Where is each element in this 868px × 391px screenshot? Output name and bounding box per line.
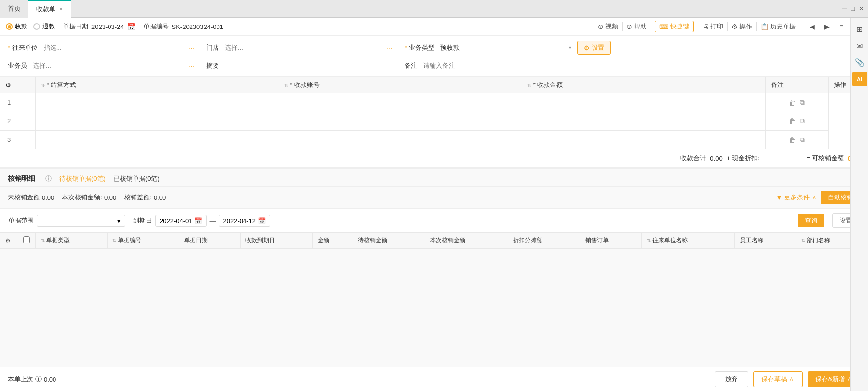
table-body: 1 🗑 ⧉ 2 <box>0 93 868 149</box>
abandon-btn[interactable]: 放弃 <box>715 371 748 387</box>
discount-input[interactable] <box>763 153 802 163</box>
table-row: 2 🗑 ⧉ <box>0 112 868 131</box>
save-new-label: 保存&新增 ∧ <box>815 375 852 384</box>
divider3 <box>698 22 698 31</box>
row-2-actions: 🗑 ⧉ <box>766 117 829 125</box>
reconcile-right-actions: ▼ 更多条件 ∧ 自动核销 <box>776 191 861 204</box>
sidebar-clip-icon[interactable]: 📎 <box>852 55 867 70</box>
date-from-picker[interactable]: 2022-04-01 📅 <box>155 215 207 227</box>
equals-label: = 可核销金额 <box>806 154 843 163</box>
counterparty-input[interactable] <box>41 42 186 53</box>
history-btn[interactable]: 📋 历史单据 <box>760 22 796 31</box>
shortcut-btn[interactable]: ⌨ 快捷键 <box>655 21 694 32</box>
next-icon[interactable]: ▶ <box>821 21 833 32</box>
divider6 <box>800 22 800 31</box>
rcol-settings[interactable]: ⚙ <box>0 233 18 249</box>
col-header-rownum <box>18 77 36 93</box>
row-3-actions: 🗑 ⧉ <box>766 136 829 144</box>
reconcile-title: 核销明细 <box>8 174 35 183</box>
shop-ellipsis[interactable]: ··· <box>387 44 393 52</box>
sidebar-mail-icon[interactable]: ✉ <box>852 38 867 53</box>
row-1-amount-input[interactable] <box>279 93 522 112</box>
shortcut-label: 快捷键 <box>670 22 689 31</box>
calendar-to-icon: 📅 <box>258 217 266 224</box>
row-3-num: 3 <box>0 131 18 149</box>
business-type-value: 预收款 <box>440 43 460 52</box>
settings-button[interactable]: ⚙ 设置 <box>577 41 611 55</box>
row-2-account-cell <box>36 112 279 131</box>
receipt-radio[interactable]: 收款 <box>6 22 27 31</box>
sidebar-expand-icon[interactable]: Ai <box>852 72 867 86</box>
video-label: 视频 <box>605 22 618 31</box>
date-picker-icon[interactable]: 📅 <box>127 23 136 30</box>
reconcile-table-wrapper: ⚙ ⇅ 单据类型 ⇅ 单据编号 单据日期 收款到期日 金额 待核销金额 本次核销… <box>0 232 868 249</box>
row-3-notes-input[interactable] <box>522 131 765 149</box>
calendar-from-icon: 📅 <box>194 217 202 224</box>
row-3-amount-input[interactable] <box>279 131 522 149</box>
help-btn[interactable]: ⊙ 帮助 <box>626 22 647 31</box>
row-2-notes-cell <box>522 112 766 131</box>
list-icon[interactable]: ≡ <box>836 21 847 32</box>
print-btn[interactable]: 🖨 打印 <box>702 22 723 31</box>
business-type-select[interactable]: 预收款 ▾ <box>437 42 574 54</box>
right-sidebar: ⊞ ✉ 📎 Ai <box>850 18 868 391</box>
date-to-picker[interactable]: 2022-04-12 📅 <box>219 215 271 227</box>
row-1-num: 1 <box>0 93 18 112</box>
select-all-checkbox[interactable] <box>23 236 30 243</box>
row-1-delete-icon[interactable]: 🗑 <box>789 99 796 107</box>
refund-radio-label: 退款 <box>42 22 55 31</box>
current-reconcile-label: 本次核销金额: <box>62 193 102 202</box>
shop-field: 门店 ··· <box>206 42 393 53</box>
row-1-settlement-input[interactable] <box>18 93 35 112</box>
maximize-icon[interactable]: □ <box>851 5 855 12</box>
form-area: * 往来单位 ··· 门店 ··· * 业务类型 预收款 ▾ ⚙ <box>0 36 868 77</box>
rcol-date: 单据日期 <box>179 233 240 249</box>
row-2-settlement-input[interactable] <box>18 112 35 130</box>
row-2-delete-icon[interactable]: 🗑 <box>789 117 796 125</box>
salesperson-input[interactable] <box>30 60 186 71</box>
tab-home[interactable]: 首页 <box>0 0 28 18</box>
col-header-settings[interactable]: ⚙ <box>0 77 18 93</box>
pending-tab[interactable]: 待核销单据(0笔) <box>59 174 106 183</box>
row-1-copy-icon[interactable]: ⧉ <box>800 98 805 107</box>
table-row: 1 🗑 ⧉ <box>0 93 868 112</box>
range-select[interactable]: ▾ <box>37 215 125 227</box>
tab-close-icon[interactable]: × <box>59 6 63 13</box>
row-1-account-input[interactable] <box>36 93 279 112</box>
counterparty-ellipsis[interactable]: ··· <box>189 44 194 52</box>
row-3-settlement-input[interactable] <box>18 131 35 149</box>
video-btn[interactable]: ⊙ 视频 <box>598 22 618 31</box>
row-2-notes-input[interactable] <box>522 112 765 130</box>
unreconciled-stat: 未核销金额 0.00 <box>8 193 54 202</box>
row-3-delete-icon[interactable]: 🗑 <box>789 136 796 144</box>
row-3-copy-icon[interactable]: ⧉ <box>800 136 805 144</box>
shop-input[interactable] <box>222 42 384 53</box>
receipt-tab-label: 收款单 <box>36 5 55 14</box>
more-conditions-btn[interactable]: ▼ 更多条件 ∧ <box>776 193 817 202</box>
completed-tab[interactable]: 已核销单据(0笔) <box>113 174 160 183</box>
row-1-notes-input[interactable] <box>522 93 765 112</box>
close-window-icon[interactable]: ✕ <box>859 5 864 12</box>
row-2-copy-icon[interactable]: ⧉ <box>800 117 805 125</box>
summary-input[interactable] <box>222 60 393 71</box>
unreconciled-value: 0.00 <box>42 194 54 201</box>
sidebar-table-icon[interactable]: ⊞ <box>852 22 867 36</box>
row-3-account-input[interactable] <box>36 131 279 149</box>
row-2-settlement-cell <box>18 112 36 131</box>
row-2-amount-input[interactable] <box>279 112 522 130</box>
help-label: 帮助 <box>634 22 647 31</box>
notes-input[interactable] <box>420 60 611 71</box>
query-btn[interactable]: 查询 <box>798 214 824 227</box>
date-to-value: 2022-04-12 <box>223 217 256 224</box>
tab-receipt[interactable]: 收款单 × <box>28 0 71 18</box>
salesperson-ellipsis[interactable]: ··· <box>189 62 194 70</box>
table-header-row: ⚙ ⇅ * 结算方式 ⇅ * 收款账号 ⇅ * 收款金额 备注 操作 <box>0 77 868 93</box>
minimize-icon[interactable]: ─ <box>842 5 847 12</box>
save-draft-btn[interactable]: 保存草稿 ∧ <box>753 371 803 387</box>
reconcile-info-icon[interactable]: ⓘ <box>45 174 52 183</box>
discount-label: + 现金折扣: <box>727 154 760 163</box>
prev-icon[interactable]: ◀ <box>806 21 818 32</box>
refund-radio[interactable]: 退款 <box>33 22 55 31</box>
row-2-account-input[interactable] <box>36 112 279 130</box>
operations-btn[interactable]: ⚙ 操作 <box>732 22 752 31</box>
